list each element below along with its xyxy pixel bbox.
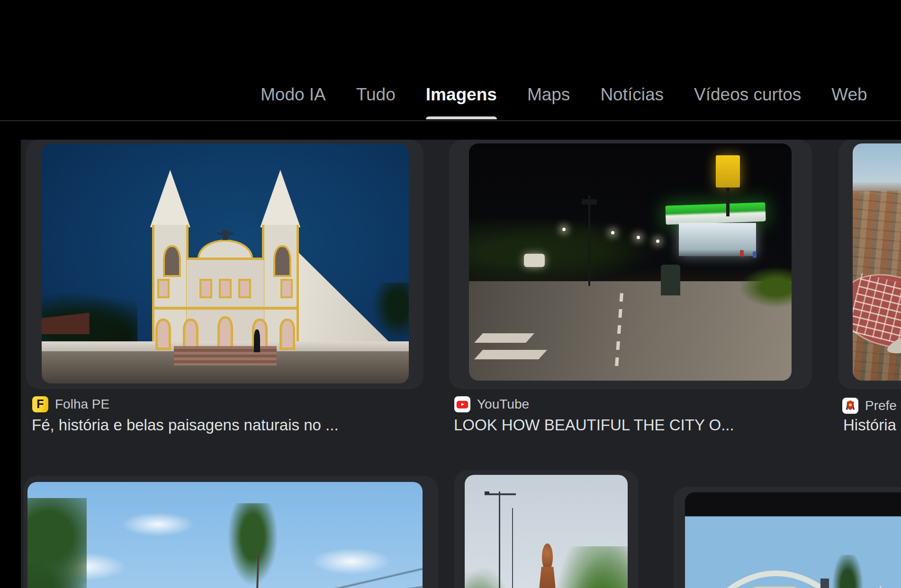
result-source-youtube[interactable]: YouTube bbox=[454, 396, 529, 412]
lit-bushes bbox=[740, 267, 792, 307]
tab-web[interactable]: Web bbox=[831, 84, 867, 119]
source-name: Prefe bbox=[865, 398, 897, 413]
church-photo bbox=[42, 143, 409, 383]
tab-tudo[interactable]: Tudo bbox=[356, 84, 396, 119]
aerial-rooftops-photo bbox=[853, 143, 901, 381]
church-window bbox=[157, 279, 170, 298]
google-images-results-page: { "tabs": { "items": [ { "label": "Modo … bbox=[0, 0, 901, 588]
city-crest-favicon bbox=[842, 398, 858, 414]
vehicle bbox=[524, 254, 545, 267]
person bbox=[740, 250, 744, 257]
folha-pe-favicon: F bbox=[32, 396, 48, 412]
tab-modo-ia[interactable]: Modo IA bbox=[261, 84, 326, 119]
tab-noticias[interactable]: Notícias bbox=[600, 84, 664, 119]
church-main-door bbox=[217, 316, 233, 350]
gas-station-canopy bbox=[666, 202, 766, 224]
result-title[interactable]: LOOK HOW BEAUTIFUL THE CITY O... bbox=[454, 416, 734, 434]
trash-bin bbox=[661, 265, 680, 295]
gas-station-store bbox=[679, 223, 756, 256]
church-left-spire bbox=[150, 170, 190, 228]
utility-pole bbox=[880, 586, 881, 588]
result-image-palms-street[interactable] bbox=[27, 482, 423, 588]
result-image-aerial[interactable] bbox=[853, 143, 901, 381]
image-results-grid: F Folha PE Fé, história e belas paisagen… bbox=[21, 140, 901, 588]
result-image-church[interactable] bbox=[42, 143, 409, 383]
result-image-arch[interactable] bbox=[685, 492, 901, 588]
tall-palm-tree bbox=[225, 503, 280, 588]
church-window bbox=[219, 279, 231, 298]
street-light bbox=[611, 231, 614, 234]
palm-tree bbox=[828, 555, 867, 588]
gas-station-sign bbox=[716, 155, 740, 187]
search-category-tabs: Modo IA Tudo Imagens Maps Notícias Vídeo… bbox=[261, 84, 867, 119]
tab-videos-curtos[interactable]: Vídeos curtos bbox=[694, 84, 801, 119]
source-name: Folha PE bbox=[55, 397, 109, 412]
result-title[interactable]: História bbox=[843, 416, 896, 434]
church-door bbox=[279, 319, 295, 350]
church-window bbox=[238, 279, 251, 298]
result-image-bust[interactable] bbox=[465, 475, 628, 588]
lamp-post bbox=[499, 491, 500, 588]
lamp-post bbox=[512, 508, 513, 588]
youtube-favicon bbox=[454, 396, 470, 412]
source-name: YouTube bbox=[477, 397, 529, 412]
result-image-night-street[interactable] bbox=[469, 143, 792, 381]
result-source-prefeitura[interactable]: Prefe bbox=[842, 398, 897, 414]
person bbox=[753, 251, 757, 258]
arch-name-sign bbox=[754, 586, 796, 588]
pedestrian bbox=[254, 330, 260, 352]
tab-maps[interactable]: Maps bbox=[527, 84, 570, 119]
palm-foliage bbox=[372, 283, 409, 340]
church-window bbox=[199, 279, 212, 298]
crosswalk-stripe bbox=[474, 350, 547, 359]
tab-imagens-active[interactable]: Imagens bbox=[426, 84, 497, 119]
result-title[interactable]: Fé, história e belas paisagens naturais … bbox=[32, 416, 339, 434]
bust-monument-photo bbox=[465, 475, 628, 588]
city-entrance-arch-photo bbox=[685, 492, 901, 588]
search-header: Modo IA Tudo Imagens Maps Notícias Vídeo… bbox=[0, 0, 901, 140]
header-divider bbox=[0, 120, 901, 121]
church-door bbox=[155, 319, 171, 350]
palm-trees-left bbox=[27, 498, 87, 588]
dark-trees bbox=[469, 210, 663, 281]
church-door bbox=[183, 319, 198, 350]
church-trim-band bbox=[152, 307, 299, 310]
palms-street-photo bbox=[27, 482, 423, 588]
power-pole bbox=[588, 196, 590, 285]
church-steps bbox=[174, 346, 277, 365]
church-right-spire bbox=[260, 170, 300, 228]
result-source-folha-pe[interactable]: F Folha PE bbox=[32, 396, 109, 412]
street-light bbox=[656, 240, 659, 243]
crosswalk-stripe bbox=[474, 333, 534, 343]
tree-right bbox=[553, 546, 628, 588]
church-window bbox=[280, 279, 293, 298]
church-cross bbox=[223, 230, 228, 240]
night-street-photo bbox=[469, 143, 792, 381]
